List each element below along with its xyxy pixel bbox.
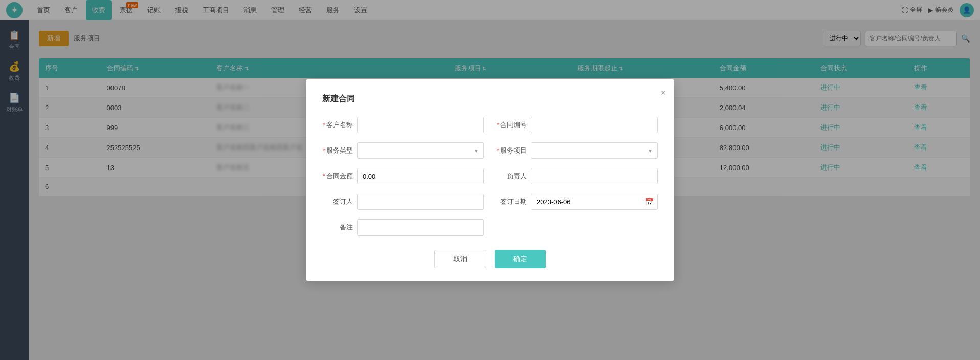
remark-label: 备注	[322, 223, 353, 232]
modal-overlay: 新建合同 × *客户名称 *合同编号	[29, 20, 980, 360]
signer-input[interactable]	[357, 194, 484, 210]
required-star-4: *	[497, 146, 499, 154]
customer-name-label: *客户名称	[322, 120, 353, 130]
service-type-wrapper: ▼	[357, 142, 484, 159]
required-star-2: *	[497, 121, 499, 129]
contract-amount-label: *合同金额	[322, 172, 353, 181]
service-item-select[interactable]	[531, 142, 658, 159]
customer-name-input[interactable]	[357, 117, 484, 133]
contract-no-label: *合同编号	[496, 120, 527, 130]
content-area: 新增 服务项目 进行中 已完成 已终止 🔍 序号 合同编码	[29, 20, 980, 360]
responsible-label: 负责人	[496, 172, 527, 181]
field-customer-name: *客户名称	[322, 117, 484, 133]
service-type-label: *服务类型	[322, 146, 353, 155]
remark-input[interactable]	[357, 219, 484, 236]
field-remark: 备注	[322, 219, 484, 236]
required-star-5: *	[323, 172, 325, 180]
field-responsible: 负责人	[496, 168, 658, 184]
field-service-type: *服务类型 ▼	[322, 142, 484, 159]
field-service-item: *服务项目 ▼	[496, 142, 658, 159]
form-row-2: *服务类型 ▼ *服务项目	[322, 142, 658, 159]
required-star-3: *	[323, 146, 325, 154]
sign-date-label: 签订日期	[496, 197, 527, 206]
contract-no-input[interactable]	[531, 117, 658, 133]
required-star: *	[323, 121, 325, 129]
field-contract-no: *合同编号	[496, 117, 658, 133]
field-contract-amount: *合同金额 0.00	[322, 168, 484, 184]
modal-title: 新建合同	[322, 94, 658, 104]
confirm-button[interactable]: 确定	[495, 250, 546, 268]
field-signer: 签订人	[322, 194, 484, 210]
new-contract-modal: 新建合同 × *客户名称 *合同编号	[306, 79, 674, 281]
service-item-wrapper: ▼	[531, 142, 658, 159]
main-layout: 📋 合同 💰 收费 📄 对账单 新增 服务项目 进行中 已完成 已终止	[0, 20, 980, 360]
cancel-button[interactable]: 取消	[434, 250, 486, 268]
modal-footer: 取消 确定	[322, 250, 658, 268]
sign-date-wrapper: 2023-06-06 📅	[531, 194, 658, 210]
modal-close-button[interactable]: ×	[660, 88, 666, 98]
sign-date-input[interactable]: 2023-06-06	[531, 194, 658, 210]
responsible-input[interactable]	[531, 168, 658, 184]
service-item-label: *服务项目	[496, 146, 527, 155]
contract-amount-input[interactable]: 0.00	[357, 168, 484, 184]
form-row-5: 备注	[322, 219, 658, 236]
field-sign-date: 签订日期 2023-06-06 📅	[496, 194, 658, 210]
service-type-select[interactable]	[357, 142, 484, 159]
signer-label: 签订人	[322, 197, 353, 206]
form-row-1: *客户名称 *合同编号	[322, 117, 658, 133]
form-row-3: *合同金额 0.00 负责人	[322, 168, 658, 184]
form-row-4: 签订人 签订日期 2023-06-06 📅	[322, 194, 658, 210]
